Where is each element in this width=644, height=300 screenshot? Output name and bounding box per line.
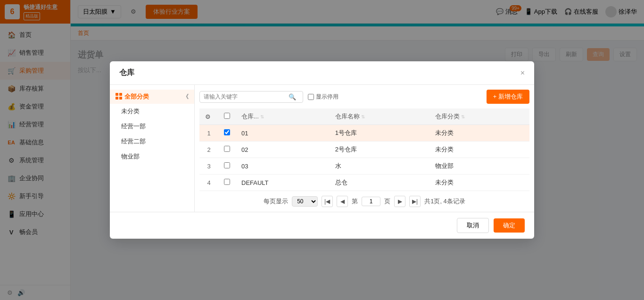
search-bar: 🔍 显示停用 + 新增仓库 bbox=[199, 90, 529, 104]
th-code-label: 仓库... bbox=[241, 112, 259, 121]
row-checkbox-cell bbox=[218, 158, 236, 175]
row-num: 4 bbox=[199, 175, 218, 191]
th-name-label: 仓库名称 bbox=[335, 112, 360, 121]
category-all[interactable]: 全部分类 《 bbox=[110, 90, 194, 104]
table-header-row: ⚙ 仓库... ⇅ bbox=[199, 108, 529, 125]
first-page-button[interactable]: |◀ bbox=[322, 196, 333, 207]
prev-page-button[interactable]: ◀ bbox=[337, 196, 348, 207]
show-disabled-checkbox[interactable]: 显示停用 bbox=[308, 93, 339, 101]
row-checkbox[interactable] bbox=[224, 162, 230, 168]
row-category: 未分类 bbox=[429, 125, 529, 142]
dialog-close-button[interactable]: × bbox=[520, 69, 525, 77]
confirm-button[interactable]: 确定 bbox=[494, 218, 525, 233]
per-page-label: 每页显示 bbox=[264, 197, 288, 206]
row-name: 1号仓库 bbox=[330, 125, 429, 142]
per-page-select[interactable]: 50 20 100 bbox=[292, 196, 318, 207]
dialog-title: 仓库 bbox=[119, 68, 134, 78]
dialog-footer: 取消 确定 bbox=[110, 212, 534, 239]
row-category: 物业部 bbox=[429, 158, 529, 175]
cancel-button[interactable]: 取消 bbox=[457, 218, 489, 233]
show-disabled-label: 显示停用 bbox=[316, 93, 339, 101]
row-code: 02 bbox=[236, 142, 330, 158]
category-item-ops1[interactable]: 经营一部 bbox=[110, 119, 194, 134]
per-page-select-input[interactable]: 50 20 100 bbox=[292, 196, 318, 207]
modal-overlay[interactable]: 仓库 × 全部分类 《 bbox=[0, 0, 644, 300]
row-code: 03 bbox=[236, 158, 330, 175]
next-page-button[interactable]: ▶ bbox=[394, 196, 405, 207]
row-checkbox[interactable] bbox=[224, 146, 230, 152]
last-page-button[interactable]: ▶| bbox=[409, 196, 421, 207]
row-checkbox-cell bbox=[218, 125, 236, 142]
category-panel: 全部分类 《 未分类 经营一部 经营二部 物业部 bbox=[110, 85, 195, 212]
page-label-before: 第 bbox=[352, 197, 358, 206]
grid-icon bbox=[116, 93, 122, 101]
table-row[interactable]: 3 03 水 物业部 bbox=[199, 158, 529, 175]
th-gear: ⚙ bbox=[199, 108, 218, 125]
th-category-label: 仓库分类 bbox=[435, 112, 460, 121]
dialog-header: 仓库 × bbox=[110, 61, 534, 85]
category-item-unclassified[interactable]: 未分类 bbox=[110, 104, 194, 119]
th-code: 仓库... ⇅ bbox=[236, 108, 330, 125]
row-checkbox[interactable] bbox=[224, 179, 230, 185]
warehouse-table: ⚙ 仓库... ⇅ bbox=[199, 108, 529, 191]
row-checkbox[interactable] bbox=[224, 129, 230, 135]
table-body: 1 01 1号仓库 未分类 2 02 2号仓库 未分类 3 03 水 物业部 4 bbox=[199, 125, 529, 191]
table-row[interactable]: 2 02 2号仓库 未分类 bbox=[199, 142, 529, 158]
row-name: 总仓 bbox=[330, 175, 429, 191]
category-item-property[interactable]: 物业部 bbox=[110, 149, 194, 164]
warehouse-dialog: 仓库 × 全部分类 《 bbox=[110, 61, 534, 239]
row-code: DEFAULT bbox=[236, 175, 330, 191]
page-input[interactable] bbox=[362, 197, 380, 206]
svg-rect-0 bbox=[116, 93, 118, 96]
sort-icon-code: ⇅ bbox=[260, 114, 264, 119]
sort-icon-name: ⇅ bbox=[361, 114, 365, 119]
row-num: 2 bbox=[199, 142, 218, 158]
th-name: 仓库名称 ⇅ bbox=[330, 108, 429, 125]
pagination: 每页显示 50 20 100 |◀ ◀ 第 页 ▶ ▶| bbox=[199, 191, 529, 207]
row-name: 水 bbox=[330, 158, 429, 175]
row-name: 2号仓库 bbox=[330, 142, 429, 158]
warehouse-table-element: ⚙ 仓库... ⇅ bbox=[199, 108, 529, 191]
dialog-body: 全部分类 《 未分类 经营一部 经营二部 物业部 bbox=[110, 85, 534, 212]
row-num: 1 bbox=[199, 125, 218, 142]
category-all-label: 全部分类 bbox=[124, 92, 149, 101]
right-panel: 🔍 显示停用 + 新增仓库 ⚙ bbox=[195, 85, 534, 212]
row-checkbox-cell bbox=[218, 175, 236, 191]
svg-rect-2 bbox=[116, 97, 118, 100]
th-checkbox bbox=[218, 108, 236, 125]
disabled-checkbox-input[interactable] bbox=[308, 94, 314, 100]
page-label-after: 页 bbox=[384, 197, 390, 206]
table-row[interactable]: 4 DEFAULT 总仓 未分类 bbox=[199, 175, 529, 191]
search-input[interactable] bbox=[204, 93, 289, 100]
total-info: 共1页, 4条记录 bbox=[424, 197, 465, 206]
table-row[interactable]: 1 01 1号仓库 未分类 bbox=[199, 125, 529, 142]
svg-rect-1 bbox=[119, 93, 122, 96]
row-category: 未分类 bbox=[429, 142, 529, 158]
search-input-wrap: 🔍 bbox=[199, 91, 303, 103]
collapse-button[interactable]: 《 bbox=[183, 93, 189, 101]
search-icon: 🔍 bbox=[289, 93, 296, 100]
row-code: 01 bbox=[236, 125, 330, 142]
row-checkbox-cell bbox=[218, 142, 236, 158]
th-category: 仓库分类 ⇅ bbox=[429, 108, 529, 125]
category-item-ops2[interactable]: 经营二部 bbox=[110, 134, 194, 149]
row-num: 3 bbox=[199, 158, 218, 175]
add-warehouse-button[interactable]: + 新增仓库 bbox=[487, 90, 529, 104]
svg-rect-3 bbox=[119, 97, 122, 100]
select-all-checkbox[interactable] bbox=[224, 113, 230, 119]
sort-icon-category: ⇅ bbox=[461, 114, 465, 119]
gear-th-icon: ⚙ bbox=[205, 113, 211, 120]
row-category: 未分类 bbox=[429, 175, 529, 191]
